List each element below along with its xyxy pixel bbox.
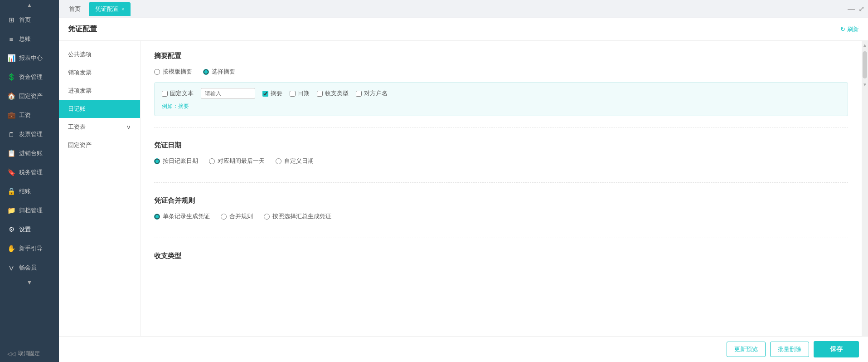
radio-single-record-label: 单条记录生成凭证 [163,212,210,220]
tab-home[interactable]: 首页 [63,2,87,16]
sidebar-item-vip[interactable]: V 畅会员 [0,258,59,277]
left-nav-public-label: 公共选项 [68,50,92,59]
voucher-date-radio-group: 按日记账日期 对应期间最后一天 自定义日期 [154,157,848,165]
checkbox-payment-type-input[interactable] [317,91,323,97]
radio-merge-rules-label: 合并规则 [229,212,253,220]
fixed-text-input[interactable] [201,88,255,99]
radio-custom-date[interactable]: 自定义日期 [276,157,314,165]
left-nav-sales[interactable]: 销项发票 [59,64,140,82]
checkbox-payment-type-label: 收支类型 [325,89,349,98]
radio-custom-date-input[interactable] [276,158,281,164]
tab-close-icon[interactable]: × [121,6,124,12]
voucher-merge-section: 凭证合并规则 单条记录生成凭证 合并规则 按照选择汇总生成凭证 [154,196,848,238]
sidebar-item-archive[interactable]: 📁 归档管理 [0,201,59,220]
left-nav-journal-label: 日记账 [68,105,86,113]
guide-icon: ✋ [7,245,15,253]
refresh-button[interactable]: ↻ 刷新 [840,25,859,34]
checkbox-payment-type[interactable]: 收支类型 [317,89,349,98]
sidebar-item-label: 结账 [19,187,31,196]
left-nav: 公共选项 销项发票 进项发票 日记账 工资表 ∨ 固定资产 [59,41,141,336]
radio-select-aggregate-label: 按照选择汇总生成凭证 [272,212,331,220]
radio-template-summary-input[interactable] [154,69,160,75]
voucher-date-title: 凭证日期 [154,141,848,150]
radio-single-record-input[interactable] [154,214,160,220]
scroll-down-arrow[interactable]: ▼ [861,80,868,89]
sidebar-item-label: 报表中心 [19,54,43,62]
layout: 公共选项 销项发票 进项发票 日记账 工资表 ∨ 固定资产 [59,41,868,336]
tax-icon: 🔖 [7,168,15,176]
checkbox-counterparty-input[interactable] [356,91,362,97]
sidebar-item-report[interactable]: 📊 报表中心 [0,49,59,68]
sidebar-item-invoice[interactable]: 🗒 发票管理 [0,125,59,144]
checkbox-counterparty[interactable]: 对方户名 [356,89,388,98]
checkbox-fixed-text-input[interactable] [162,91,168,97]
sidebar-bottom-label: 取消固定 [18,350,40,357]
sidebar-scroll-up[interactable]: ▲ [0,0,59,10]
summary-config-section: 摘要配置 按模版摘要 选择摘要 [154,52,848,127]
radio-merge-rules-input[interactable] [221,214,227,220]
sidebar-item-closing[interactable]: 🔒 结账 [0,182,59,201]
bottom-bar: 更新预览 批量删除 保存 [59,336,868,362]
sidebar-item-ledger[interactable]: ≡ 总账 [0,29,59,49]
page-header: 凭证配置 ↻ 刷新 [59,18,868,41]
sidebar-item-salary[interactable]: 💼 工资 [0,106,59,125]
voucher-date-section: 凭证日期 按日记账日期 对应期间最后一天 自定义日期 [154,141,848,183]
radio-by-journal-date[interactable]: 按日记账日期 [154,157,198,165]
save-button[interactable]: 保存 [814,341,859,357]
minimize-button[interactable]: — [848,5,855,13]
radio-choose-summary[interactable]: 选择摘要 [203,68,235,76]
checkbox-group: 固定文本 摘要 日期 [162,88,840,99]
refresh-icon: ↻ [840,26,845,33]
main-area: 首页 凭证配置 × — ⤢ 凭证配置 ↻ 刷新 公共选项 [59,0,868,362]
radio-single-record[interactable]: 单条记录生成凭证 [154,212,210,220]
radio-period-last-day[interactable]: 对应期间最后一天 [209,157,265,165]
radio-by-journal-date-input[interactable] [154,158,160,164]
sidebar-scroll-down[interactable]: ▼ [0,277,59,288]
checkbox-fixed-text[interactable]: 固定文本 [162,89,194,98]
sidebar-item-assets[interactable]: 🏠 固定资产 [0,87,59,106]
checkbox-summary-input[interactable] [262,91,268,97]
scroll-up-arrow[interactable]: ▲ [861,41,868,49]
tab-voucher-config[interactable]: 凭证配置 × [89,2,131,16]
checkbox-date[interactable]: 日期 [290,89,310,98]
sidebar-item-purchase[interactable]: 📋 进销台账 [0,144,59,163]
sidebar-item-tax[interactable]: 🔖 税务管理 [0,163,59,182]
left-nav-purchase[interactable]: 进项发票 [59,82,140,100]
maximize-button[interactable]: ⤢ [858,5,864,13]
right-content: 摘要配置 按模版摘要 选择摘要 [141,41,862,336]
sidebar-item-settings[interactable]: ⚙ 设置 [0,220,59,239]
checkbox-summary[interactable]: 摘要 [262,89,282,98]
sidebar-item-guide[interactable]: ✋ 新手引导 [0,239,59,258]
left-nav-fixed[interactable]: 固定资产 [59,136,140,154]
sidebar-item-label: 总账 [19,35,31,43]
assets-icon: 🏠 [7,92,15,100]
radio-template-summary[interactable]: 按模版摘要 [154,68,192,76]
sidebar-unpin-button[interactable]: ◁◁ 取消固定 [0,345,59,362]
left-nav-journal[interactable]: 日记账 [59,100,140,118]
scroll-thumb[interactable] [863,51,867,78]
radio-period-last-day-input[interactable] [209,158,215,164]
radio-choose-summary-input[interactable] [203,69,209,75]
radio-select-aggregate-input[interactable] [264,214,270,220]
radio-merge-rules[interactable]: 合并规则 [221,212,253,220]
left-nav-payroll[interactable]: 工资表 ∨ [59,118,140,136]
sidebar-item-fund[interactable]: 💲 资金管理 [0,68,59,87]
checkbox-counterparty-label: 对方户名 [364,89,388,98]
batch-delete-button[interactable]: 批量删除 [770,342,809,357]
checkbox-date-input[interactable] [290,91,296,97]
sidebar-item-label: 工资 [19,111,31,119]
radio-select-aggregate[interactable]: 按照选择汇总生成凭证 [264,212,331,220]
checkbox-summary-label: 摘要 [271,89,282,98]
sidebar-item-home[interactable]: ⊞ 首页 [0,10,59,29]
left-nav-public[interactable]: 公共选项 [59,45,140,64]
update-preview-button[interactable]: 更新预览 [727,342,766,357]
voucher-merge-title: 凭证合并规则 [154,196,848,205]
invoice-icon: 🗒 [7,131,15,138]
ledger-icon: ≡ [7,35,15,43]
tab-bar: 首页 凭证配置 × — ⤢ [59,0,868,18]
vip-icon: V [7,264,15,272]
checkbox-date-label: 日期 [298,89,310,98]
left-nav-payroll-label: 工资表 [68,123,86,131]
radio-template-summary-label: 按模版摘要 [163,68,192,76]
radio-custom-date-label: 自定义日期 [284,157,314,165]
